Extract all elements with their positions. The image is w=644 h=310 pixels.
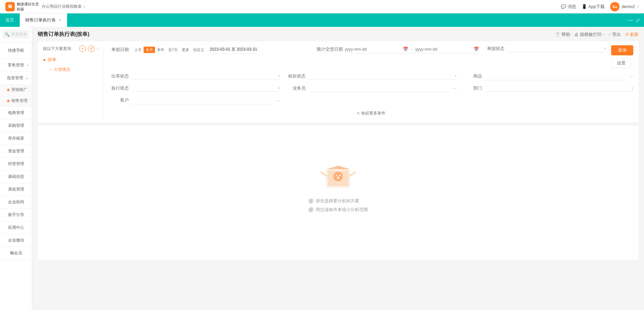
sidebar-item-system[interactable]: 系统管理 [0, 183, 32, 196]
action-bar: 查询 设置 [611, 45, 633, 68]
user-nav-item[interactable]: Ea demo2 ▾ [610, 2, 639, 11]
filter-field-outbound: 出库状态 ▾ [109, 73, 280, 80]
query-button[interactable]: 查询 [611, 45, 633, 55]
empty-tip-2: 2 用过滤条件来缩小分析范围 [308, 207, 368, 213]
sidebar-item-sales[interactable]: ◉ 销售管理 [0, 95, 32, 106]
sidebar-section-operation: 经营管理 [0, 158, 32, 170]
exec-status-select[interactable]: ▾ [131, 85, 280, 92]
tab-minimize-button[interactable]: — [628, 17, 633, 23]
salesperson-input[interactable] [308, 84, 449, 92]
salesperson-dots-button[interactable]: ··· [453, 86, 457, 91]
settings-button[interactable]: 设置 [611, 58, 631, 68]
logo-text: 畅捷通好生意 标版 [17, 2, 39, 11]
collection-status-select[interactable]: ▾ [308, 73, 457, 80]
sidebar-item-apps[interactable]: 应用中心 [0, 221, 32, 234]
goods-dots-button[interactable]: ··· [629, 73, 633, 79]
logo-icon: 畅 [5, 2, 15, 11]
sidebar-item-purchase[interactable]: 采购管理 [0, 119, 32, 132]
filter-card: 按以下方案查询 + ↺ « ● 按单 [38, 41, 639, 122]
delivery-date-range: 📅 — 📅 [345, 45, 479, 53]
export-icon: ↑ [609, 32, 611, 37]
goods-input[interactable] [484, 72, 626, 80]
customer-dots-button[interactable]: ··· [276, 98, 280, 103]
sidebar-item-ecommerce[interactable]: 电商管理 [0, 107, 32, 119]
filter-field-date: 单据日期 上月 本月 本年 近7天 更多 自定义 [109, 45, 311, 54]
page-title: 销售订单执行表(按单) [38, 31, 90, 38]
sidebar-section-member: 畅会员 [0, 247, 32, 260]
sidebar-item-quicknav[interactable]: 快捷导航 [0, 44, 32, 57]
scheme-add-button[interactable]: + [79, 45, 86, 52]
sidebar-item-marketing[interactable]: ◉ 营销推广 [0, 84, 32, 95]
filter-field-delivery-date: 预计交货日期 📅 — 📅 [317, 45, 479, 53]
tab-home[interactable]: 首页 [0, 13, 20, 27]
svg-point-4 [339, 175, 340, 176]
svg-point-5 [337, 176, 339, 179]
sidebar-search-area: 🔍 搜索菜单 [0, 27, 32, 42]
date-quick-buttons: 上月 本月 本年 近7天 更多 自定义 [132, 47, 206, 53]
sidebar-item-newguide[interactable]: 新手引导 [0, 209, 32, 221]
date-btn-more[interactable]: 更多 [180, 47, 191, 53]
date-btn-last-month[interactable]: 上月 [132, 47, 144, 53]
sidebar-item-basic[interactable]: 基础信息 [0, 170, 32, 183]
sidebar-section-wholesale: 批发管理 ▲ ◉ 营销推广 ◉ 销售管理 [0, 72, 32, 107]
print-button[interactable]: 🖨 按模板打印 ▾ [574, 32, 605, 38]
sidebar-item-wholesale[interactable]: 批发管理 ▲ [0, 72, 32, 84]
department-select[interactable]: ▾ [484, 85, 633, 92]
sidebar-section-inventory: 库存核算 [0, 132, 32, 145]
sidebar-item-operation[interactable]: 经营管理 [0, 158, 32, 170]
collapse-chevron-icon: ∧ [357, 111, 360, 115]
message-nav-item[interactable]: 💬 消息 [561, 4, 576, 10]
status-select[interactable]: ▾ [506, 45, 606, 52]
sidebar-item-wechat[interactable]: 企业微信 [0, 234, 32, 247]
scheme-collapse-button[interactable]: « [97, 46, 99, 51]
svg-line-7 [350, 172, 355, 176]
breadcrumb-chevron-icon[interactable]: ▾ [83, 4, 85, 9]
delivery-date-start-icon[interactable]: 📅 [403, 47, 408, 52]
page-content: 销售订单执行表(按单) ? 帮助 🖨 按模板打印 ▾ ↑ 导出 [32, 27, 644, 264]
sidebar-search-input[interactable]: 🔍 搜索菜单 [3, 30, 29, 39]
filter-layout: 按以下方案查询 + ↺ « ● 按单 [43, 45, 633, 118]
sidebar-section-basic: 基础信息 [0, 170, 32, 183]
retail-chevron-icon: ▾ [27, 63, 29, 67]
scheme-item-debt[interactable]: ○ 欠货情况 [43, 65, 99, 74]
date-btn-current-year[interactable]: 本年 [155, 47, 166, 53]
refresh-button[interactable]: ↺ 刷新 [625, 32, 639, 38]
outbound-chevron-icon: ▾ [278, 74, 280, 78]
sidebar-item-inventory[interactable]: 库存核算 [0, 132, 32, 145]
tab-sales-order[interactable]: 销售订单执行表 × [20, 13, 67, 27]
logo-area: 畅 畅捷通好生意 标版 [5, 2, 39, 11]
delivery-date-end-icon[interactable]: 📅 [474, 47, 479, 52]
scheme-item-press-order[interactable]: ● 按单 [43, 55, 99, 65]
filter-field-status: 单据状态 ▾ [484, 45, 606, 52]
date-btn-current-month[interactable]: 本月 [144, 47, 155, 53]
tab-maximize-button[interactable]: ⤢ [636, 17, 640, 23]
sidebar-item-enterprise[interactable]: 企业协同 [0, 196, 32, 208]
sidebar-item-retail[interactable]: 零售管理 ▾ [0, 59, 32, 71]
print-chevron-icon: ▾ [603, 33, 605, 36]
sidebar: 🔍 搜索菜单 快捷导航 零售管理 ▾ 批发管理 ▲ ◉ [0, 27, 32, 310]
date-btn-last7days[interactable]: 近7天 [166, 47, 180, 53]
avatar: Ea [610, 2, 620, 11]
tab-close-icon[interactable]: × [59, 18, 61, 22]
scheme-sub-icon: ○ [50, 67, 52, 72]
sidebar-item-finance[interactable]: 资金管理 [0, 145, 32, 157]
app-download-nav-item[interactable]: 📱 App下载 [582, 4, 605, 10]
sidebar-item-member[interactable]: 畅会员 [0, 247, 32, 259]
filter-field-collection: 收款状态 ▾ [285, 73, 457, 80]
collapse-bar[interactable]: ∧ 收起更多条件 [109, 108, 633, 118]
customer-input[interactable] [131, 96, 272, 104]
sidebar-section-apps: 应用中心 [0, 221, 32, 234]
delivery-date-end[interactable] [415, 47, 472, 52]
empty-illustration [318, 152, 358, 193]
sidebar-section-enterprise: 企业协同 [0, 196, 32, 209]
wholesale-chevron-icon: ▲ [25, 76, 29, 80]
date-btn-custom[interactable]: 自定义 [191, 47, 206, 53]
filter-form: 单据日期 上月 本月 本年 近7天 更多 自定义 [103, 45, 633, 118]
export-button[interactable]: ↑ 导出 [609, 32, 621, 38]
help-button[interactable]: ? 帮助 [555, 32, 570, 38]
status-chevron-icon: ▾ [604, 47, 606, 50]
sidebar-section-retail: 零售管理 ▾ [0, 59, 32, 72]
delivery-date-start[interactable] [345, 47, 401, 52]
scheme-refresh-button[interactable]: ↺ [88, 45, 95, 52]
outbound-status-select[interactable]: ▾ [131, 73, 280, 80]
